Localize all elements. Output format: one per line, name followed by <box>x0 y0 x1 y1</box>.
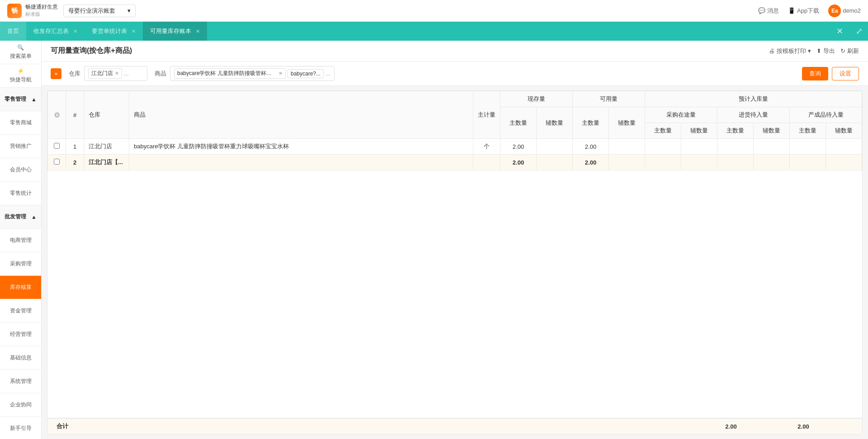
retail-stats-label: 零售统计 <box>10 189 32 197</box>
data-table: ⚙ # 仓库 商品 主计量 现存量 可用量 预计入库量 主数量 辅 <box>47 91 862 170</box>
table-scroll[interactable]: ⚙ # 仓库 商品 主计量 现存量 可用量 预计入库量 主数量 辅 <box>47 91 862 418</box>
footer-avail-aux <box>821 423 858 430</box>
row-incoming-aux <box>754 139 790 155</box>
warehouse-remove-icon[interactable]: ✕ <box>115 71 119 76</box>
refresh-icon: ↻ <box>840 47 845 54</box>
settings-icon[interactable]: ⚙ <box>54 111 60 119</box>
setting-button[interactable]: 设置 <box>832 67 859 80</box>
row-stock-aux <box>537 155 573 170</box>
warehouse-tag: 江北门店 ✕ <box>88 68 122 79</box>
top-bar-right: 💬 消息 📱 App下载 Ea demo2 <box>758 5 861 17</box>
sidebar-item-marketing[interactable]: 营销推广 <box>0 135 41 158</box>
sidebar-item-purchase[interactable]: 采购管理 <box>0 252 41 276</box>
col-settings-header[interactable]: ⚙ <box>48 91 66 139</box>
sidebar-item-finance[interactable]: 资金管理 <box>0 299 41 323</box>
sidebar-item-retail-stats[interactable]: 零售统计 <box>0 182 41 205</box>
row-checkbox[interactable] <box>54 159 60 165</box>
sidebar-item-retail-mall[interactable]: 零售商城 <box>0 111 41 135</box>
product-remove-icon[interactable]: ✕ <box>278 71 283 76</box>
col-stock-aux-header: 辅数量 <box>537 107 573 139</box>
export-label: 导出 <box>823 47 835 55</box>
row-checkbox-cell[interactable] <box>48 155 66 170</box>
product-more-icon[interactable]: ... <box>326 70 330 77</box>
warehouse-label: 仓库 <box>69 70 80 78</box>
member-label: 会员中心 <box>10 166 32 174</box>
inventory-label: 库存核算 <box>10 283 32 291</box>
search-menu-label: 搜索菜单 <box>10 52 32 60</box>
sidebar-item-inventory[interactable]: 库存核算 <box>0 276 41 299</box>
filter-product-field: 商品 babycare学饮杯 儿童防摔防撞吸管杯重力球吸嘴杯宝宝水杯 ✕ bab… <box>155 66 335 81</box>
sidebar-item-member[interactable]: 会员中心 <box>0 158 41 182</box>
filter-actions: 查询 设置 <box>802 67 859 80</box>
warehouse-more-icon[interactable]: ... <box>124 70 129 77</box>
app-download-btn[interactable]: 📱 App下载 <box>788 7 819 15</box>
col-incoming-main-header: 主数量 <box>717 123 754 139</box>
export-btn[interactable]: ⬆ 导出 <box>816 47 835 55</box>
col-incoming-aux-header: 辅数量 <box>754 123 790 139</box>
expand-filter-btn[interactable]: » <box>51 68 61 79</box>
row-avail-main: 2.00 <box>573 155 609 170</box>
col-stock-header: 现存量 <box>500 91 573 107</box>
print-btn[interactable]: 🖨 按模板打印 ▾ <box>769 47 811 55</box>
table-row: 2 江北门店【... 2.00 2.00 <box>48 155 862 170</box>
sidebar-group-wholesale[interactable]: 批发管理 ▲ <box>0 205 41 229</box>
col-warehouse-header: 仓库 <box>84 91 129 139</box>
row-checkbox-cell[interactable] <box>48 139 66 155</box>
query-button[interactable]: 查询 <box>802 67 828 80</box>
table-area: ⚙ # 仓库 商品 主计量 现存量 可用量 预计入库量 主数量 辅 <box>47 90 863 434</box>
logo-area: 畅 畅捷通好生意 标准版 <box>7 4 58 18</box>
col-purchase-main-header: 主数量 <box>645 123 681 139</box>
row-purchase-main <box>645 139 681 155</box>
expand-icon: » <box>55 71 58 77</box>
refresh-btn[interactable]: ↻ 刷新 <box>840 47 859 55</box>
sidebar-item-system[interactable]: 系统管理 <box>0 370 41 393</box>
close-all-btn[interactable]: ✕ <box>829 22 850 41</box>
sidebar-item-operations[interactable]: 经营管理 <box>0 323 41 346</box>
guide-label: 新手引导 <box>10 425 32 432</box>
row-purchase-main <box>645 155 681 170</box>
row-product-main <box>790 139 826 155</box>
sidebar-item-basic[interactable]: 基础信息 <box>0 346 41 370</box>
group-wholesale-label: 批发管理 <box>5 213 26 221</box>
sidebar-item-guide[interactable]: 新手引导 <box>0 417 41 439</box>
group-retail-label: 零售管理 <box>5 95 26 103</box>
product-tag-2-value: babycare?... <box>291 71 321 77</box>
operations-label: 经营管理 <box>10 330 32 338</box>
industry-select[interactable]: 母婴行业演示账套 ▾ <box>63 5 136 17</box>
tab-home[interactable]: 首页 <box>0 22 26 41</box>
table-row: 1 江北门店 babycare学饮杯 儿童防摔防撞吸管杯重力球吸嘴杯宝宝水杯 个… <box>48 139 862 155</box>
col-planned-header: 预计入库量 <box>645 91 862 107</box>
sidebar-item-quicknav[interactable]: ⚡ 快捷导航 <box>0 64 41 88</box>
logo-icon: 畅 <box>7 4 22 18</box>
close-icon[interactable]: ✕ <box>132 28 136 34</box>
row-checkbox[interactable] <box>54 143 60 149</box>
warehouse-input[interactable]: 江北门店 ✕ ... <box>84 66 147 81</box>
sidebar-group-retail[interactable]: 零售管理 ▲ <box>0 88 41 111</box>
collab-label: 企业协同 <box>10 401 32 409</box>
sidebar-item-collab[interactable]: 企业协同 <box>0 393 41 417</box>
tab-order-stats[interactable]: 要货单统计表 ✕ <box>85 22 143 41</box>
sidebar-item-search[interactable]: 🔍 搜索菜单 <box>0 41 41 64</box>
page-title: 可用量查询(按仓库+商品) <box>51 46 132 61</box>
expand-tabs-btn[interactable]: ⤢ <box>850 22 868 41</box>
close-icon[interactable]: ✕ <box>73 28 77 34</box>
ecommerce-label: 电商管理 <box>10 236 32 244</box>
col-product-main-header: 主数量 <box>790 123 826 139</box>
row-unit: 个 <box>473 139 500 155</box>
message-icon: 💬 <box>758 7 765 14</box>
row-product <box>129 155 473 170</box>
sidebar-item-ecommerce[interactable]: 电商管理 <box>0 229 41 252</box>
close-icon[interactable]: ✕ <box>196 28 200 34</box>
col-incoming-header: 进货待入量 <box>717 107 790 123</box>
tab-available-stock[interactable]: 可用量库存账本 ✕ <box>143 22 207 41</box>
message-btn[interactable]: 💬 消息 <box>758 7 779 15</box>
row-incoming-aux <box>754 155 790 170</box>
user-profile[interactable]: Ea demo2 <box>828 5 861 17</box>
app-download-label: App下载 <box>797 7 819 15</box>
username: demo2 <box>843 7 861 14</box>
chevron-icon: ▲ <box>31 214 37 220</box>
row-avail-aux <box>609 139 645 155</box>
tab-stock-summary[interactable]: 收发存汇总表 ✕ <box>26 22 85 41</box>
product-input[interactable]: babycare学饮杯 儿童防摔防撞吸管杯重力球吸嘴杯宝宝水杯 ✕ babyca… <box>170 66 335 81</box>
logo-sub: 标准版 <box>25 11 58 18</box>
